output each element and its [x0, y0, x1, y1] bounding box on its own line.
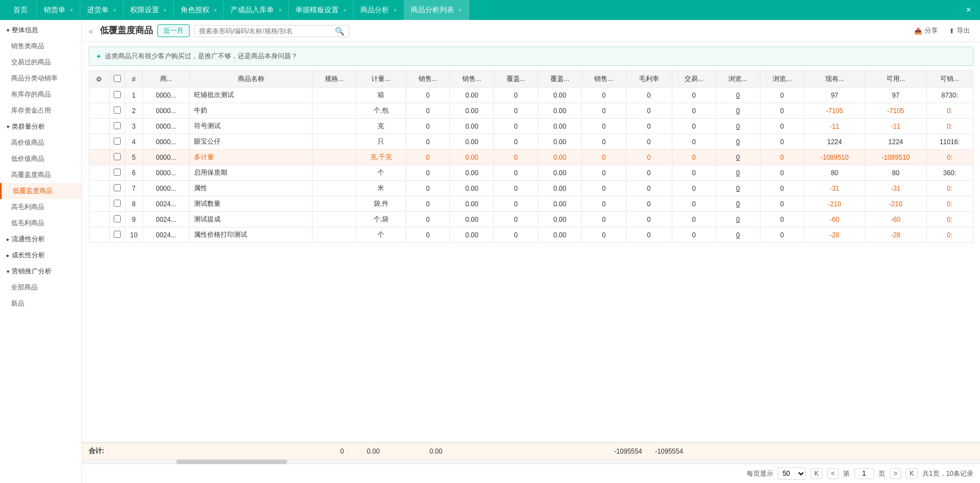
nav-tab-analysis-list[interactable]: 商品分析列表 ×	[404, 0, 469, 20]
sidebar-item-stock-capital[interactable]: 库存资金占用	[0, 103, 81, 119]
td-checkbox[interactable]	[109, 181, 125, 196]
browse1-link[interactable]: 0	[736, 200, 740, 208]
nav-tab-product-entry[interactable]: 产成品入库单 ×	[224, 0, 289, 20]
browse1-link[interactable]: 0	[736, 138, 740, 146]
td-settings	[89, 150, 110, 165]
td-browse1[interactable]: 0	[716, 165, 760, 181]
browse1-link[interactable]: 0	[736, 123, 740, 130]
nav-tab-template[interactable]: 单据模板设置 ×	[289, 0, 354, 20]
row-checkbox[interactable]	[114, 91, 121, 98]
next-page-button[interactable]: >	[890, 468, 901, 479]
row-checkbox[interactable]	[114, 169, 121, 176]
sidebar-section-flow[interactable]: ▸ 流通性分析	[0, 231, 81, 247]
td-browse1[interactable]: 0	[716, 103, 760, 119]
sidebar-item-new-goods[interactable]: 新品	[0, 296, 81, 312]
td-browse1[interactable]: 0	[716, 134, 760, 150]
sidebar-item-high-coverage[interactable]: 高覆盖度商品	[0, 167, 81, 183]
table-row: 3 0000... 符号测试 克 0 0.00 0 0.00 0 0 0 0 0…	[89, 119, 973, 134]
td-checkbox[interactable]	[109, 165, 125, 181]
td-checkbox[interactable]	[109, 119, 125, 134]
sidebar-item-stock-goods[interactable]: 有库存的商品	[0, 87, 81, 103]
sidebar-item-low-value[interactable]: 低价值商品	[0, 151, 81, 167]
td-checkbox[interactable]	[109, 134, 125, 150]
nav-tab-analysis-list-close[interactable]: ×	[458, 7, 462, 13]
page-number-input[interactable]	[854, 468, 874, 479]
row-checkbox[interactable]	[114, 215, 121, 222]
td-checkbox[interactable]	[109, 212, 125, 227]
th-settings[interactable]: ⚙	[89, 71, 110, 88]
td-sales3: 0	[582, 165, 626, 181]
td-browse1[interactable]: 0	[716, 119, 760, 134]
nav-tab-template-close[interactable]: ×	[343, 7, 346, 13]
prev-page-button[interactable]: <	[827, 468, 839, 479]
sidebar-item-all-goods[interactable]: 全部商品	[0, 279, 81, 296]
td-trade: 0	[672, 103, 716, 119]
share-button[interactable]: 📤 分享	[911, 25, 941, 37]
nav-tab-purchase-close[interactable]: ×	[113, 7, 116, 13]
sidebar-section-marketing[interactable]: ▾ 营销推广分析	[0, 263, 81, 279]
sidebar-item-low-margin[interactable]: 低毛利商品	[0, 215, 81, 231]
row-checkbox[interactable]	[114, 153, 121, 160]
td-browse1[interactable]: 0	[716, 212, 760, 227]
page-size-select[interactable]: 50 100 200	[778, 467, 806, 480]
sidebar-item-category-rate[interactable]: 商品分类动销率	[0, 70, 81, 87]
td-checkbox[interactable]	[109, 88, 125, 103]
nav-tab-home[interactable]: 首页	[4, 0, 37, 20]
td-browse1[interactable]: 0	[716, 88, 760, 103]
nav-tab-sales[interactable]: 销货单 ×	[37, 0, 80, 20]
nav-tab-sales-close[interactable]: ×	[70, 7, 73, 13]
close-all-button[interactable]: ×	[962, 5, 976, 15]
sidebar-section-cluster[interactable]: ▾ 类群量分析	[0, 119, 81, 135]
row-checkbox[interactable]	[114, 231, 121, 238]
collapse-sidebar-button[interactable]: «	[89, 27, 93, 35]
td-sales-amount: 0.00	[450, 119, 493, 134]
browse1-link[interactable]: 0	[736, 231, 740, 239]
td-checkbox[interactable]	[109, 196, 125, 212]
nav-tab-permission[interactable]: 权限设置 ×	[124, 0, 174, 20]
td-browse1[interactable]: 0	[716, 150, 760, 165]
sidebar-item-traded-goods[interactable]: 交易过的商品	[0, 54, 81, 70]
sidebar-item-low-coverage[interactable]: 低覆盖度商品	[0, 183, 81, 199]
sidebar-section-growth[interactable]: ▸ 成长性分析	[0, 247, 81, 263]
sidebar-item-high-margin[interactable]: 高毛利商品	[0, 199, 81, 215]
browse1-link[interactable]: 0	[736, 154, 740, 161]
td-checkbox[interactable]	[109, 103, 125, 119]
nav-tab-role[interactable]: 角色授权 ×	[174, 0, 224, 20]
td-checkbox[interactable]	[109, 150, 125, 165]
last-page-button[interactable]: K	[906, 468, 918, 479]
filter-period-button[interactable]: 近一月	[157, 24, 190, 37]
search-icon[interactable]: 🔍	[335, 27, 344, 35]
sidebar-section-overall[interactable]: ▾ 整体信息	[0, 22, 81, 38]
td-checkbox[interactable]	[109, 227, 125, 243]
td-num: 4	[125, 134, 142, 150]
td-current: -210	[804, 196, 865, 212]
row-checkbox[interactable]	[114, 106, 121, 114]
export-button[interactable]: ⬆ 导出	[946, 25, 973, 37]
row-checkbox[interactable]	[114, 184, 121, 191]
browse1-link[interactable]: 0	[736, 91, 740, 99]
nav-tab-permission-close[interactable]: ×	[164, 7, 167, 13]
nav-tab-purchase[interactable]: 进货单 ×	[80, 0, 124, 20]
row-checkbox[interactable]	[114, 122, 121, 129]
td-browse1[interactable]: 0	[716, 196, 760, 212]
sidebar-item-high-value[interactable]: 高价值商品	[0, 135, 81, 151]
td-browse1[interactable]: 0	[716, 227, 760, 243]
nav-tab-product-entry-close[interactable]: ×	[278, 7, 282, 13]
td-browse1[interactable]: 0	[716, 181, 760, 196]
td-current: -60	[804, 212, 865, 227]
row-checkbox[interactable]	[114, 200, 121, 207]
nav-tab-role-close[interactable]: ×	[214, 7, 217, 13]
browse1-link[interactable]: 0	[736, 107, 740, 115]
browse1-link[interactable]: 0	[736, 216, 740, 223]
select-all-checkbox[interactable]	[114, 75, 121, 82]
th-checkbox[interactable]	[109, 71, 125, 88]
nav-tab-analysis[interactable]: 商品分析 ×	[354, 0, 404, 20]
browse1-link[interactable]: 0	[736, 169, 740, 177]
first-page-button[interactable]: K	[810, 468, 823, 479]
browse1-link[interactable]: 0	[736, 185, 740, 192]
table-container[interactable]: ⚙ # 商... 商品名称 规格... 计量... 销售... 销售... 覆盖…	[82, 70, 980, 442]
sidebar-item-sales-goods[interactable]: 销售类商品	[0, 38, 81, 54]
row-checkbox[interactable]	[114, 138, 121, 145]
search-input[interactable]	[199, 27, 335, 35]
nav-tab-analysis-close[interactable]: ×	[394, 7, 397, 13]
